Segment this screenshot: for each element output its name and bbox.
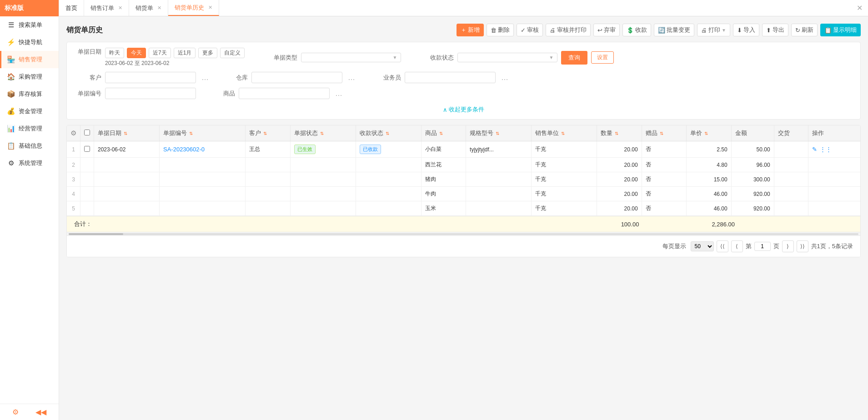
goods-input[interactable] xyxy=(239,88,330,99)
col-price[interactable]: 单价 ⇅ xyxy=(687,125,732,141)
col-qty[interactable]: 数量 ⇅ xyxy=(597,125,642,141)
per-page-select[interactable]: 50 100 200 xyxy=(691,241,714,251)
audit-button[interactable]: ✓ 审核 xyxy=(517,24,543,36)
row-doc-num xyxy=(160,201,246,216)
page-first-btn[interactable]: ⟨⟨ xyxy=(717,240,728,252)
basic-icon: 📋 xyxy=(7,142,15,150)
total-info: 共1页，5条记录 xyxy=(811,242,853,250)
date-7days-btn[interactable]: 近7天 xyxy=(149,48,171,58)
collapse-filter-btn[interactable]: ∧ 收起更多条件 xyxy=(74,104,853,114)
funds-icon: 💰 xyxy=(7,107,15,115)
sidebar-item-sales[interactable]: 🏪 销售管理 xyxy=(0,51,59,68)
col-checkbox[interactable] xyxy=(80,125,94,141)
page-last-btn[interactable]: ⟩⟩ xyxy=(797,240,808,252)
date-custom-btn[interactable]: 自定义 xyxy=(220,48,245,58)
row-amount: 920.00 xyxy=(731,201,774,216)
sidebar-item-search-menu[interactable]: ☰ 搜索菜单 xyxy=(0,16,59,34)
sidebar-item-system[interactable]: ⚙ 系统管理 xyxy=(0,155,59,172)
col-unit[interactable]: 销售单位 ⇅ xyxy=(532,125,597,141)
date-more-btn[interactable]: 更多 xyxy=(198,48,217,58)
col-gift[interactable]: 赠品 ⇅ xyxy=(642,125,687,141)
sidebar-item-quick-nav[interactable]: ⚡ 快捷导航 xyxy=(0,34,59,51)
row-actions[interactable]: ✎⋮⋮ xyxy=(808,141,860,158)
sidebar-item-ops[interactable]: 📊 经营管理 xyxy=(0,120,59,137)
customer-input[interactable] xyxy=(105,72,196,83)
sidebar-item-basic[interactable]: 📋 基础信息 xyxy=(0,137,59,155)
row-checkbox-cell xyxy=(80,158,94,172)
staff-more-icon[interactable]: … xyxy=(501,74,508,82)
col-trade[interactable]: 交货 xyxy=(774,125,808,141)
date-yesterday-btn[interactable]: 昨天 xyxy=(105,48,124,58)
warehouse-input[interactable] xyxy=(251,72,342,83)
col-settings[interactable]: ⚙ xyxy=(67,125,80,141)
batch-change-button[interactable]: 🔄 批量变更 xyxy=(654,24,694,36)
scroll-thumb[interactable] xyxy=(69,233,123,235)
sidebar-settings-btn[interactable]: ⚙ xyxy=(12,408,19,416)
col-customer[interactable]: 客户 ⇅ xyxy=(246,125,291,141)
tab-sales-history[interactable]: 销货单历史 ✕ xyxy=(168,0,219,16)
page-prev-btn[interactable]: ⟨ xyxy=(731,240,743,252)
import-button[interactable]: ⬇ 导入 xyxy=(733,24,759,36)
tab-sales-goods[interactable]: 销货单 ✕ xyxy=(129,0,168,16)
col-amount[interactable]: 金额 xyxy=(731,125,774,141)
staff-input[interactable] xyxy=(405,72,496,83)
col-goods[interactable]: 商品 ⇅ xyxy=(421,125,466,141)
toolbar: ＋ 新增 🗑 删除 ✓ 审核 🖨 审核并打印 ↩ 弃审 xyxy=(457,24,861,36)
tab-sales-order-close[interactable]: ✕ xyxy=(118,5,122,11)
tab-sales-goods-close[interactable]: ✕ xyxy=(157,5,161,11)
sidebar-item-label: 采购管理 xyxy=(19,73,42,81)
set-button[interactable]: 设置 xyxy=(591,51,614,64)
goods-more-icon[interactable]: … xyxy=(335,90,342,98)
col-pay-status-label: 收款状态 xyxy=(360,130,383,136)
row-customer xyxy=(246,187,291,201)
row-checkbox-cell[interactable] xyxy=(80,141,94,158)
new-button[interactable]: ＋ 新增 xyxy=(457,24,484,36)
export-button[interactable]: ⬆ 导出 xyxy=(762,24,788,36)
row-goods: 小白菜 xyxy=(421,141,466,158)
date-1month-btn[interactable]: 近1月 xyxy=(174,48,196,58)
delete-icon: 🗑 xyxy=(491,27,497,34)
show-details-button[interactable]: 📋 显示明细 xyxy=(820,24,861,36)
row-more-btn[interactable]: ⋮⋮ xyxy=(820,146,832,153)
sidebar-item-label: 经营管理 xyxy=(19,125,42,133)
row-checkbox[interactable] xyxy=(84,146,90,152)
page-number-input[interactable] xyxy=(754,242,771,251)
doc-num-input[interactable] xyxy=(105,88,196,99)
select-all-checkbox[interactable] xyxy=(84,130,90,135)
row-edit-btn[interactable]: ✎ xyxy=(812,146,817,153)
tab-sales-order[interactable]: 销售订单 ✕ xyxy=(84,0,129,16)
abandon-button[interactable]: ↩ 弃审 xyxy=(593,24,620,36)
col-num[interactable]: 单据编号 ⇅ xyxy=(160,125,246,141)
col-date[interactable]: 单据日期 ⇅ xyxy=(94,125,160,141)
date-today-btn[interactable]: 今天 xyxy=(127,48,146,58)
query-button[interactable]: 查询 xyxy=(561,51,587,65)
pay-status-select[interactable]: ▼ xyxy=(457,53,557,62)
row-price: 15.00 xyxy=(687,172,732,187)
sidebar-item-funds[interactable]: 💰 资金管理 xyxy=(0,103,59,120)
col-doc-status[interactable]: 单据状态 ⇅ xyxy=(290,125,356,141)
audit-print-button[interactable]: 🖨 审核并打印 xyxy=(546,24,591,36)
col-settings-icon[interactable]: ⚙ xyxy=(70,129,76,137)
scroll-bar[interactable] xyxy=(67,232,860,235)
sidebar-collapse-btn[interactable]: ◀◀ xyxy=(35,408,46,416)
row-date xyxy=(94,158,160,172)
sidebar-item-label: 搜索菜单 xyxy=(19,21,42,29)
sidebar-item-purchase[interactable]: 🏠 采购管理 xyxy=(0,68,59,85)
table-area: ⚙ 单据日期 ⇅ 单据编号 ⇅ xyxy=(66,125,861,257)
col-spec[interactable]: 规格型号 ⇅ xyxy=(466,125,532,141)
print-button[interactable]: 🖨 打印 ▼ xyxy=(697,24,730,36)
row-doc-num[interactable]: SA-20230602-0 xyxy=(160,141,246,158)
doc-type-select[interactable]: ▼ xyxy=(301,53,401,62)
close-all-tabs-btn[interactable]: ✕ xyxy=(851,4,868,12)
tab-home[interactable]: 首页 xyxy=(59,0,84,16)
row-spec xyxy=(466,187,532,201)
sidebar-item-inventory[interactable]: 📦 库存核算 xyxy=(0,85,59,103)
delete-button[interactable]: 🗑 删除 xyxy=(487,24,514,36)
warehouse-more-icon[interactable]: … xyxy=(348,74,355,82)
collect-button[interactable]: 💲 收款 xyxy=(622,24,651,36)
tab-sales-history-close[interactable]: ✕ xyxy=(208,5,212,10)
refresh-button[interactable]: ↻ 刷新 xyxy=(791,24,818,36)
page-next-btn[interactable]: ⟩ xyxy=(782,240,794,252)
customer-more-icon[interactable]: … xyxy=(201,74,209,82)
col-pay-status[interactable]: 收款状态 ⇅ xyxy=(356,125,421,141)
